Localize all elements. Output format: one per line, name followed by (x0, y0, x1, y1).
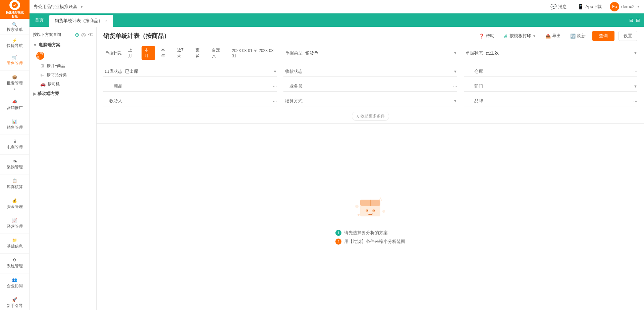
wholesale-label: 批发管理 (7, 81, 23, 86)
export-btn[interactable]: 📤 导出 (543, 32, 564, 40)
newbie-label: 新手引导 (7, 303, 23, 309)
basic-info-icon: 📁 (12, 238, 17, 243)
date-range-text: 2023-03-01 至 2023-03-31 (232, 48, 277, 58)
settings-scheme-icon[interactable]: ◎ (81, 32, 86, 38)
payment-status-dropdown[interactable]: ▼ (453, 69, 457, 73)
tab-home[interactable]: 首页 (30, 13, 49, 27)
tree-item-by-goods[interactable]: 按商品 (30, 50, 96, 61)
sidebar-item-system[interactable]: ⚙ 系统管理 (0, 254, 29, 273)
add-scheme-icon[interactable]: ⊕ (75, 32, 79, 38)
query-btn[interactable]: 查询 (592, 31, 614, 41)
sidebar-item-marketing[interactable]: 📣 营销推广 (0, 95, 29, 115)
sidebar-item-purchase[interactable]: 🛍 采购管理 (0, 155, 29, 174)
logo-subtitle: 标版 (12, 14, 18, 19)
filter-receiver: 收货人 ··· (103, 96, 277, 106)
purchase-icon: 🛍 (13, 159, 17, 163)
filter-date: 单据日期 上月 本月 本年 近7天 更多 自定义 2023-03-01 至 20… (103, 44, 277, 62)
brand-ellipsis[interactable]: ··· (633, 98, 637, 104)
tab-expand-icon[interactable]: ⊞ (636, 17, 640, 23)
sidebar-logo: 畅捷通好生意 标版 (0, 0, 30, 19)
settings-btn[interactable]: 设置 (619, 31, 637, 41)
goods-ellipsis[interactable]: ··· (273, 84, 277, 89)
page-header: 销货单统计表（按商品） ❓ 帮助 🖨 按模板打印 ▼ 📤 (97, 27, 644, 124)
refresh-btn[interactable]: 🔄 刷新 (568, 32, 588, 40)
payment-status-label: 收款状态 (283, 68, 305, 74)
system-icon: ⚙ (13, 258, 16, 262)
sidebar-item-inventory[interactable]: 📋 库存核算 (0, 174, 29, 194)
collapse-panel-icon[interactable]: ≪ (88, 32, 93, 38)
sidebar-item-wholesale[interactable]: 📦 批发管理 ▲ (0, 71, 29, 95)
filter-goods: 商品 ··· (103, 81, 277, 92)
salesman-ellipsis[interactable]: ··· (453, 84, 457, 89)
filter-row-2: 出库状态 已出库 ▼ 收款状态 ▼ (103, 66, 637, 81)
date-btn-thismonth[interactable]: 本月 (142, 46, 155, 60)
retail-label: 零售管理 (7, 61, 23, 66)
tab-minimize-icon[interactable]: ⊟ (629, 17, 633, 23)
search-icon: 🔍 (3, 22, 26, 27)
warehouse-status-value: 已出库 (125, 68, 138, 74)
sidebar-item-newbie[interactable]: 🚀 新手引导 (0, 293, 29, 310)
date-btn-last7[interactable]: 近7天 (174, 46, 190, 60)
user-info[interactable]: Ea demo2 ▼ (610, 2, 640, 11)
finance-icon: 💰 (12, 198, 17, 203)
industry-selector[interactable]: 办公用品行业模拟账套 (34, 4, 77, 10)
receiver-ellipsis[interactable]: ··· (273, 98, 277, 104)
payment-method-dropdown[interactable]: ▼ (453, 99, 457, 103)
sales-icon: 📊 (12, 119, 17, 124)
sidebar-item-finance[interactable]: 💰 资金管理 (0, 194, 29, 214)
tree-item-by-driver[interactable]: 🚗 按司机 (30, 80, 96, 89)
industry-dropdown-icon[interactable]: ▼ (80, 5, 84, 9)
department-dropdown[interactable]: ▼ (634, 84, 637, 88)
tree-item-by-category[interactable]: 🏷 按商品分类 (30, 70, 96, 80)
doc-status-dropdown[interactable]: ▼ (634, 51, 637, 55)
tab-active[interactable]: 销货单统计表（按商品） × (49, 15, 113, 27)
svg-point-10 (358, 214, 360, 216)
tree-item-by-month-goods[interactable]: 🗓 按月+商品 (30, 61, 96, 70)
print-btn[interactable]: 🖨 按模板打印 ▼ (501, 32, 539, 40)
tree-group-mobile[interactable]: ▶ 移动端方案 (30, 89, 96, 99)
left-panel: 按以下方案查询 ⊕ ◎ ≪ ▼ 电脑端方案 按商品 🗓 (30, 27, 97, 310)
tip-text-2: 用【过滤】条件来缩小分析范围 (344, 239, 405, 245)
payment-status-content: ▼ (305, 69, 457, 73)
main-area: 办公用品行业模拟账套 ▼ 💬 消息 📱 App下载 Ea demo2 ▼ 首 (30, 0, 644, 310)
date-content: 上月 本月 本年 近7天 更多 自定义 2023-03-01 至 2023-03… (125, 46, 277, 60)
page-actions: ❓ 帮助 🖨 按模板打印 ▼ 📤 导出 🔄 (476, 31, 637, 41)
newbie-icon: 🚀 (12, 297, 17, 302)
date-btn-more[interactable]: 更多 (193, 46, 206, 60)
app-download-icon: 📱 (578, 4, 584, 10)
refresh-label: 刷新 (577, 33, 586, 39)
filter-payment-method: 结算方式 ▼ (283, 96, 457, 106)
doc-type-dropdown[interactable]: ▼ (453, 51, 457, 55)
messages-icon: 💬 (550, 4, 557, 10)
date-btn-thisyear[interactable]: 本年 (158, 46, 172, 60)
department-content: ▼ (486, 84, 637, 88)
quick-nav-icon: ⚡ (3, 38, 26, 43)
sidebar-item-basic-info[interactable]: 📁 基础信息 (0, 234, 29, 254)
collapse-btn[interactable]: ∧ 收起更多条件 (352, 112, 389, 121)
date-btn-custom[interactable]: 自定义 (209, 46, 226, 60)
warehouse-status-dropdown[interactable]: ▼ (273, 69, 277, 73)
wholesale-icon: 📦 (12, 75, 17, 80)
sidebar-quick-nav[interactable]: ⚡ 快捷导航 (0, 35, 29, 51)
brand-label: 品牌 (464, 98, 486, 104)
sidebar-item-operations[interactable]: 📈 经营管理 (0, 214, 29, 234)
sidebar-item-ecommerce[interactable]: 🖥 电商管理 (0, 135, 29, 155)
help-btn[interactable]: ❓ 帮助 (476, 32, 497, 40)
app-download-btn[interactable]: 📱 App下载 (575, 2, 604, 11)
sidebar-item-retail[interactable]: 🛒 零售管理 (0, 51, 29, 71)
date-btn-lastmonth[interactable]: 上月 (125, 46, 139, 60)
system-label: 系统管理 (7, 263, 23, 269)
doc-status-content: 已生效 ▼ (486, 50, 637, 56)
tree-group-pc[interactable]: ▼ 电脑端方案 (30, 40, 96, 50)
messages-btn[interactable]: 💬 消息 (548, 2, 570, 11)
sidebar-item-sales[interactable]: 📊 销售管理 (0, 115, 29, 135)
sidebar-search[interactable]: 🔍 搜索菜单 (0, 19, 29, 35)
avatar: Ea (610, 2, 619, 11)
warehouse-ellipsis[interactable]: ··· (633, 69, 637, 74)
tab-close-icon[interactable]: × (105, 19, 107, 23)
sidebar-item-enterprise[interactable]: 👥 企业协同 (0, 273, 29, 293)
tree-label-driver: 按司机 (48, 81, 60, 87)
collapse-icon: ∧ (356, 114, 359, 119)
content-area: 按以下方案查询 ⊕ ◎ ≪ ▼ 电脑端方案 按商品 🗓 (30, 27, 644, 310)
doc-type-content: 销货单 ▼ (305, 50, 457, 56)
